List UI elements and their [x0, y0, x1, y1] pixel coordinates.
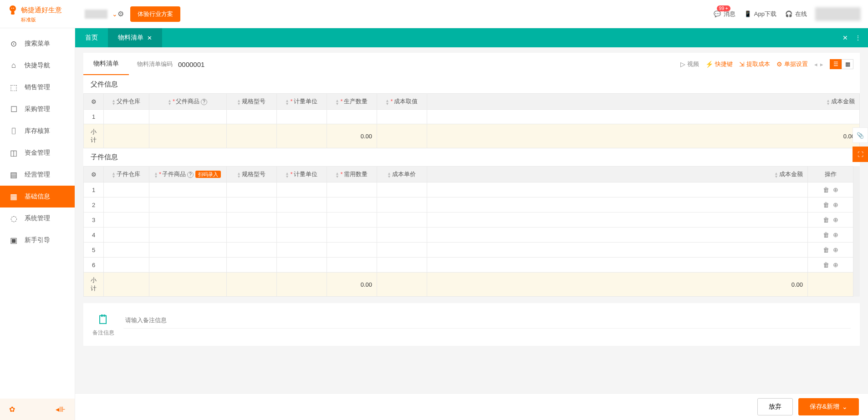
action-label: 快捷键 [715, 60, 733, 68]
discard-button[interactable]: 放弃 [757, 398, 793, 415]
online-support-button[interactable]: 🎧 在线 [785, 10, 807, 18]
notes-icon: 🗒 [92, 312, 114, 327]
add-row-icon[interactable]: ⊕ [833, 231, 838, 238]
col-parent-unit[interactable]: ▴▾*计量单位 [277, 94, 327, 110]
settings-gear-icon[interactable]: ⚙ [117, 10, 124, 18]
user-avatar-blurred[interactable] [815, 7, 861, 21]
close-icon[interactable]: ✕ [147, 35, 152, 41]
sidebar-item-system[interactable]: ◌系统管理 [0, 207, 75, 229]
sidebar-collapse-icon[interactable]: ◂⊪ [56, 405, 66, 414]
action-extract-cost[interactable]: ⇲提取成本 [739, 60, 770, 68]
attachment-button[interactable]: 📎 [853, 127, 868, 143]
col-child-product[interactable]: ▴▾*子件商品?扫码录入 [149, 167, 227, 182]
sidebar-settings-icon[interactable]: ✿ [9, 405, 15, 414]
col-child-price[interactable]: ▴▾成本单价 [377, 167, 427, 182]
tabs-close-all-button[interactable]: ✕ [839, 31, 852, 44]
add-row-icon[interactable]: ⊕ [833, 216, 838, 223]
subtotal-amt: 0.00 [427, 124, 860, 148]
sidebar-item-inventory[interactable]: ⌷库存核算 [0, 120, 75, 142]
next-doc-button[interactable]: ▸ [820, 61, 823, 68]
parent-row[interactable]: 1 [84, 110, 860, 124]
brand-sub: 标准版 [21, 16, 36, 23]
col-child-unit[interactable]: ▴▾*计量单位 [277, 167, 327, 182]
add-row-icon[interactable]: ⊕ [833, 246, 838, 253]
sidebar-item-sales[interactable]: ⬚销售管理 [0, 76, 75, 98]
delete-row-icon[interactable]: 🗑 [823, 231, 829, 238]
delete-row-icon[interactable]: 🗑 [823, 201, 829, 208]
extract-icon: ⇲ [739, 61, 745, 68]
add-row-icon[interactable]: ⊕ [833, 261, 838, 268]
row-index: 1 [84, 182, 104, 197]
industry-cta-button[interactable]: 体验行业方案 [130, 6, 180, 22]
gear-icon: ⚙ [776, 61, 782, 68]
expand-button[interactable]: ⛶ [853, 147, 868, 162]
delete-row-icon[interactable]: 🗑 [823, 261, 829, 268]
view-toggle: ☰ ▦ [830, 59, 853, 69]
col-parent-costsrc[interactable]: ▴▾*成本取值 [377, 94, 427, 110]
action-shortcut[interactable]: ⚡快捷键 [705, 60, 733, 68]
col-parent-costamt[interactable]: ▴▾成本金额 [427, 94, 860, 110]
delete-row-icon[interactable]: 🗑 [823, 186, 829, 193]
delete-row-icon[interactable]: 🗑 [823, 246, 829, 253]
view-grid-button[interactable]: ▦ [842, 59, 853, 69]
app-download-button[interactable]: 📱 App下载 [744, 10, 776, 18]
col-child-qty[interactable]: ▴▾*需用数量 [327, 167, 377, 182]
child-row[interactable]: 3🗑⊕ [84, 213, 853, 228]
col-parent-product[interactable]: ▴▾*父件商品? [149, 94, 227, 110]
col-child-warehouse[interactable]: ▴▾子件仓库 [104, 167, 149, 182]
child-row[interactable]: 2🗑⊕ [84, 197, 853, 213]
sidebar-item-purchase[interactable]: ☐采购管理 [0, 98, 75, 120]
col-parent-spec[interactable]: ▴▾规格型号 [227, 94, 277, 110]
tab-bom[interactable]: 物料清单 ✕ [108, 28, 162, 47]
view-list-button[interactable]: ☰ [830, 59, 842, 69]
child-subtotal-row: 小计 0.00 0.00 [84, 273, 853, 297]
add-row-icon[interactable]: ⊕ [833, 201, 838, 208]
sidebar-label: 采购管理 [25, 105, 50, 113]
sidebar-item-basedata[interactable]: ▦基础信息 [0, 186, 75, 207]
col-gear[interactable]: ⚙ [84, 167, 104, 182]
sidebar-label: 新手引导 [25, 236, 50, 244]
org-name-blurred [85, 10, 107, 19]
col-child-spec[interactable]: ▴▾规格型号 [227, 167, 277, 182]
sidebar-item-business[interactable]: ▤经营管理 [0, 164, 75, 186]
add-row-icon[interactable]: ⊕ [833, 186, 838, 193]
help-icon[interactable]: ? [201, 99, 207, 105]
col-gear[interactable]: ⚙ [84, 94, 104, 110]
tabs-more-button[interactable]: ⋮ [852, 31, 864, 44]
doc-tab-bom[interactable]: 物料清单 [83, 53, 129, 75]
sidebar-item-quicknav[interactable]: ⌂快捷导航 [0, 55, 75, 76]
parent-table: ⚙ ▴▾父件仓库 ▴▾*父件商品? ▴▾规格型号 ▴▾*计量单位 ▴▾*生产数量… [83, 93, 860, 148]
messages-button[interactable]: 💬 消息 99 + [713, 10, 735, 18]
sidebar-item-guide[interactable]: ▣新手引导 [0, 229, 75, 251]
action-doc-settings[interactable]: ⚙单据设置 [776, 60, 808, 68]
sidebar-item-search[interactable]: ⊙搜索菜单 [0, 33, 75, 55]
sidebar-item-funds[interactable]: ◫资金管理 [0, 142, 75, 164]
tab-home[interactable]: 首页 [75, 28, 108, 47]
child-row[interactable]: 4🗑⊕ [84, 228, 853, 243]
sidebar-list: ⊙搜索菜单 ⌂快捷导航 ⬚销售管理 ☐采购管理 ⌷库存核算 ◫资金管理 ▤经营管… [0, 28, 75, 399]
tab-label: 物料清单 [118, 34, 143, 42]
scan-badge[interactable]: 扫码录入 [195, 171, 221, 178]
table-scrollbar[interactable] [853, 166, 860, 297]
col-parent-warehouse[interactable]: ▴▾父件仓库 [104, 94, 149, 110]
child-table: ⚙ ▴▾子件仓库 ▴▾*子件商品?扫码录入 ▴▾规格型号 ▴▾*计量单位 ▴▾*… [83, 166, 853, 297]
save-and-new-button[interactable]: 保存&新增 ⌄ [798, 398, 859, 415]
prev-doc-button[interactable]: ◂ [814, 61, 817, 68]
tabs-bar: 首页 物料清单 ✕ ✕ ⋮ [75, 28, 868, 47]
action-video[interactable]: ▷视频 [680, 60, 699, 68]
delete-row-icon[interactable]: 🗑 [823, 216, 829, 223]
content: 物料清单 物料清单编码 0000001 ▷视频 ⚡快捷键 ⇲提取成本 ⚙单据设置… [75, 47, 868, 393]
doc-header: 物料清单 物料清单编码 0000001 ▷视频 ⚡快捷键 ⇲提取成本 ⚙单据设置… [83, 53, 860, 76]
headset-icon: 🎧 [785, 10, 793, 18]
row-index: 1 [84, 110, 104, 124]
child-row[interactable]: 1🗑⊕ [84, 182, 853, 197]
org-dropdown[interactable]: ⌄ [85, 10, 117, 19]
remarks-input[interactable] [123, 312, 851, 329]
row-index: 4 [84, 228, 104, 243]
col-child-costamt[interactable]: ▴▾成本金额 [427, 167, 808, 182]
col-parent-qty[interactable]: ▴▾*生产数量 [327, 94, 377, 110]
row-index: 5 [84, 243, 104, 258]
child-row[interactable]: 5🗑⊕ [84, 243, 853, 258]
help-icon[interactable]: ? [187, 172, 194, 178]
child-row[interactable]: 6🗑⊕ [84, 258, 853, 273]
